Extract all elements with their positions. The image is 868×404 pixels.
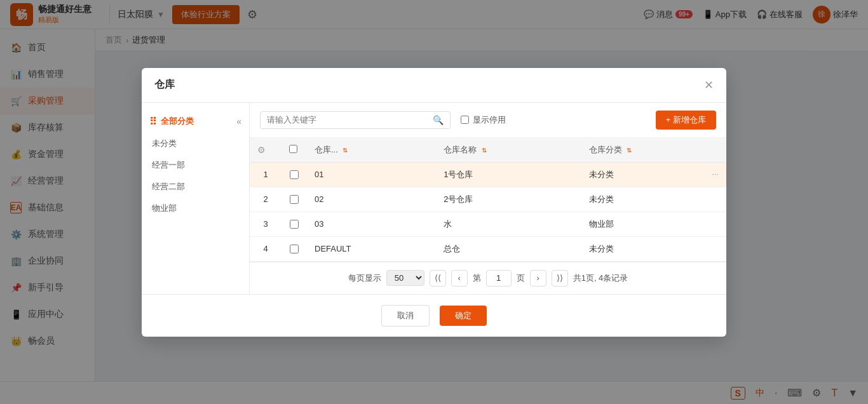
warehouse-modal: 仓库 ✕ ⠿ 全部分类 « 未分类 经营一部 (142, 68, 726, 337)
table-row[interactable]: 4 DEFAULT 总仓 未分类 (250, 236, 726, 261)
row-category: 物业部 (581, 212, 726, 236)
category-item-ops2[interactable]: 经营二部 (142, 176, 249, 198)
per-page-select[interactable]: 50 20 100 (386, 270, 424, 286)
row-checkbox[interactable] (290, 195, 299, 204)
row-checkbox-cell[interactable] (281, 212, 307, 236)
row-checkbox[interactable] (290, 170, 299, 179)
category-sort-icon: ⇅ (627, 147, 632, 154)
page-label: 第 (473, 273, 481, 284)
row-index: 3 (250, 212, 281, 236)
modal-main: 🔍 显示停用 + 新增仓库 ⚙ (250, 103, 726, 294)
confirm-button[interactable]: 确定 (440, 306, 487, 326)
show-disabled-checkbox-label[interactable]: 显示停用 (461, 114, 506, 126)
add-warehouse-button[interactable]: + 新增仓库 (656, 111, 716, 130)
page-first-button[interactable]: ⟨⟨ (430, 270, 446, 286)
modal-title: 仓库 (154, 78, 175, 91)
row-category: 未分类··· (581, 162, 726, 187)
modal-pagination: 每页显示 50 20 100 ⟨⟨ ‹ 第 页 › ⟩⟩ 共1页, 4条记录 (250, 262, 726, 294)
col-settings-header: ⚙ (250, 138, 281, 163)
page-suffix: 页 (517, 273, 525, 284)
modal-body: ⠿ 全部分类 « 未分类 经营一部 经营二部 物业部 (142, 103, 726, 294)
col-checkbox-header (281, 138, 307, 163)
category-panel: ⠿ 全部分类 « 未分类 经营一部 经营二部 物业部 (142, 103, 250, 294)
category-item-label: 未分类 (152, 138, 177, 148)
show-disabled-label: 显示停用 (473, 114, 506, 126)
row-name: 总仓 (436, 236, 581, 261)
search-box[interactable]: 🔍 (260, 111, 451, 129)
row-name: 水 (436, 212, 581, 236)
category-item-uncategorized[interactable]: 未分类 (142, 133, 249, 154)
category-all-label: 全部分类 (161, 116, 194, 127)
category-item-label: 经营一部 (152, 160, 185, 170)
category-header: ⠿ 全部分类 « (142, 111, 249, 133)
row-category: 未分类 (581, 236, 726, 261)
total-label: 共1页, 4条记录 (573, 273, 628, 284)
page-last-button[interactable]: ⟩⟩ (552, 270, 568, 286)
row-name: 2号仓库 (436, 187, 581, 212)
modal-footer: 取消 确定 (142, 294, 726, 337)
warehouse-table: ⚙ 仓库... ⇅ 仓库名称 (250, 138, 726, 262)
code-sort-icon: ⇅ (342, 147, 348, 154)
category-item-property[interactable]: 物业部 (142, 198, 249, 219)
settings-gear-icon[interactable]: ⚙ (257, 145, 266, 155)
category-all[interactable]: ⠿ 全部分类 (149, 116, 194, 128)
search-input[interactable] (267, 115, 429, 125)
row-checkbox[interactable] (290, 220, 299, 229)
col-code-header: 仓库... ⇅ (307, 138, 436, 163)
cancel-button[interactable]: 取消 (381, 305, 430, 327)
row-checkbox-cell[interactable] (281, 236, 307, 261)
category-item-ops1[interactable]: 经营一部 (142, 154, 249, 176)
category-dots-icon: ⠿ (149, 116, 157, 128)
col-name-header: 仓库名称 ⇅ (436, 138, 581, 163)
row-index: 2 (250, 187, 281, 212)
select-all-checkbox[interactable] (289, 145, 297, 153)
show-disabled-checkbox[interactable] (461, 116, 469, 124)
page-input[interactable] (486, 270, 512, 286)
category-collapse-icon[interactable]: « (236, 116, 241, 126)
category-item-label: 物业部 (152, 203, 177, 213)
row-ellipsis-icon[interactable]: ··· (712, 169, 719, 178)
row-index: 1 (250, 162, 281, 187)
col-category-header: 仓库分类 ⇅ (581, 138, 726, 163)
row-code: 02 (307, 187, 436, 212)
table-row[interactable]: 2 02 2号仓库 未分类 (250, 187, 726, 212)
category-item-label: 经营二部 (152, 182, 185, 191)
modal-overlay: 仓库 ✕ ⠿ 全部分类 « 未分类 经营一部 (0, 0, 868, 404)
page-next-button[interactable]: › (530, 270, 546, 286)
row-checkbox[interactable] (290, 245, 299, 253)
row-category: 未分类 (581, 187, 726, 212)
modal-toolbar: 🔍 显示停用 + 新增仓库 (250, 103, 726, 138)
row-name: 1号仓库 (436, 162, 581, 187)
modal-close-button[interactable]: ✕ (704, 78, 714, 92)
row-checkbox-cell[interactable] (281, 187, 307, 212)
table-row[interactable]: 3 03 水 物业部 (250, 212, 726, 236)
row-index: 4 (250, 236, 281, 261)
modal-header: 仓库 ✕ (142, 68, 726, 103)
per-page-label: 每页显示 (348, 273, 381, 284)
row-code: 01 (307, 162, 436, 187)
row-checkbox-cell[interactable] (281, 162, 307, 187)
table-row[interactable]: 1 01 1号仓库 未分类··· (250, 162, 726, 187)
row-code: DEFAULT (307, 236, 436, 261)
page-prev-button[interactable]: ‹ (451, 270, 468, 286)
table-scroll: ⚙ 仓库... ⇅ 仓库名称 (250, 138, 726, 262)
name-sort-icon: ⇅ (482, 147, 487, 154)
row-code: 03 (307, 212, 436, 236)
search-icon[interactable]: 🔍 (433, 115, 444, 125)
